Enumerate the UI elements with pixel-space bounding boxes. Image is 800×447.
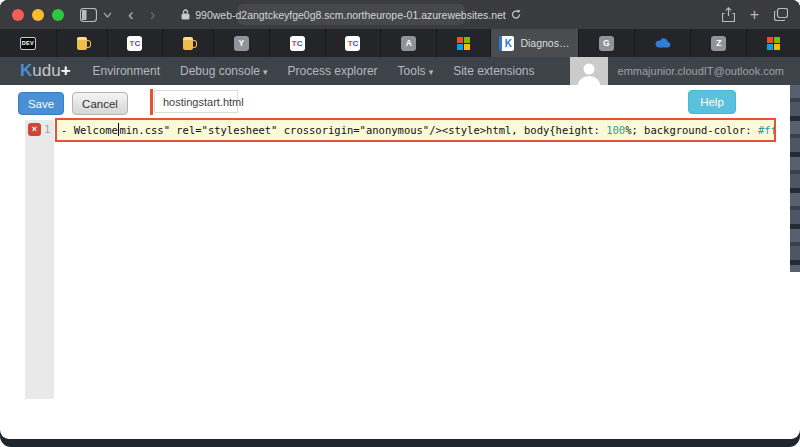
pinned-tab[interactable]: TC — [270, 29, 326, 57]
user-avatar — [570, 57, 608, 85]
share-icon[interactable] — [722, 7, 735, 22]
active-code-line[interactable]: - Welcomemin.css" rel="stylesheet" cross… — [57, 120, 774, 140]
pinned-tab[interactable]: Z — [691, 29, 747, 57]
code-text: %; background-color: — [625, 124, 758, 136]
code-text: - Welcome — [61, 124, 118, 136]
chrome-toolbar-right: + — [722, 0, 788, 29]
pinned-tab[interactable]: DEV — [0, 29, 57, 57]
pinned-tab[interactable]: G — [579, 29, 635, 57]
line-number: 1 — [44, 123, 50, 135]
kudu-favicon: K — [499, 36, 514, 51]
minimize-window-button[interactable] — [32, 9, 44, 21]
new-tab-button[interactable]: + — [750, 6, 759, 24]
z-favicon: Z — [711, 36, 726, 51]
y-favicon: Y — [234, 36, 249, 51]
error-marker-icon: × — [28, 123, 41, 136]
microsoft-favicon — [457, 37, 470, 50]
nav-item-debug-console[interactable]: Debug console▾ — [180, 64, 268, 78]
back-button[interactable]: ‹ — [128, 6, 134, 23]
caret-down-icon: ▾ — [429, 67, 434, 77]
nav-item-process-explorer[interactable]: Process explorer — [288, 64, 378, 78]
forward-button[interactable]: › — [150, 6, 156, 23]
caret-down-icon: ▾ — [263, 67, 268, 77]
g-favicon: G — [599, 36, 614, 51]
zoom-window-button[interactable] — [52, 9, 64, 21]
help-button[interactable]: Help — [688, 90, 736, 114]
filename-accent-bar — [150, 89, 153, 115]
nav-item-environment[interactable]: Environment — [93, 64, 160, 78]
cloud-favicon — [655, 34, 671, 52]
tc-favicon: TC — [345, 36, 360, 51]
beer-favicon — [77, 37, 87, 50]
lock-icon — [181, 9, 190, 20]
nav-item-site-extensions[interactable]: Site extensions — [453, 64, 534, 78]
person-icon — [574, 61, 604, 85]
pinned-tab[interactable]: TC — [108, 29, 164, 57]
active-tab-label: Diagnos… — [520, 37, 569, 49]
code-editor[interactable]: - Welcomemin.css" rel="stylesheet" cross… — [55, 118, 776, 142]
pinned-tab[interactable] — [635, 29, 692, 57]
reload-icon[interactable] — [511, 9, 521, 20]
address-bar[interactable]: 990web-d2angtckeyfge0g8.scm.northeurope-… — [237, 4, 465, 25]
kudu-navbar: Kudu+ Environment Debug console▾ Process… — [0, 57, 800, 85]
filename-field: hostingstart.html — [154, 90, 238, 113]
nav-item-tools[interactable]: Tools▾ — [398, 64, 434, 78]
url-text: 990web-d2angtckeyfge0g8.scm.northeurope-… — [195, 9, 506, 21]
page-edge-artifact — [790, 85, 800, 272]
pinned-tab[interactable]: TC — [326, 29, 382, 57]
active-tab-diagnostics[interactable]: K Diagnos… — [491, 29, 579, 57]
code-number-token: 100 — [606, 124, 625, 136]
browser-chrome: ‹ › 990web-d2angtckeyfge0g8.scm.northeur… — [0, 0, 800, 29]
tab-overview-icon[interactable] — [774, 8, 788, 21]
save-button[interactable]: Save — [18, 92, 64, 115]
window-controls — [12, 9, 64, 21]
close-window-button[interactable] — [12, 9, 24, 21]
cancel-button[interactable]: Cancel — [72, 92, 128, 115]
pinned-tab[interactable] — [437, 29, 491, 57]
kudu-brand[interactable]: Kudu+ — [20, 61, 71, 81]
tab-strip: DEV TC Y TC TC A K Diagnos… G Z — [0, 29, 800, 57]
sidebar-toggle-icon[interactable] — [80, 8, 97, 22]
user-email: emmajunior.cloudIT@outlook.com — [618, 65, 784, 77]
tc-favicon: TC — [290, 36, 305, 51]
pinned-tab[interactable] — [747, 29, 800, 57]
tc-favicon: TC — [127, 36, 142, 51]
code-atom-token: #ffff — [758, 124, 774, 136]
pinned-tab[interactable] — [57, 29, 108, 57]
code-text: min.css" rel="stylesheet" crossorigin="a… — [119, 124, 606, 136]
chevron-down-icon[interactable] — [103, 12, 112, 18]
window-bottom-frame — [0, 439, 800, 447]
browser-window: ‹ › 990web-d2angtckeyfge0g8.scm.northeur… — [0, 0, 800, 447]
a-favicon: A — [401, 36, 416, 51]
pinned-tab[interactable]: A — [381, 29, 437, 57]
pinned-tab[interactable] — [163, 29, 214, 57]
microsoft-favicon — [767, 37, 780, 50]
dev-favicon: DEV — [20, 37, 36, 50]
pinned-tab[interactable]: Y — [214, 29, 270, 57]
editor-page: Save Cancel hostingstart.html Help × 1 -… — [0, 85, 800, 439]
beer-favicon — [183, 37, 193, 50]
editor-gutter: × 1 — [25, 120, 54, 399]
